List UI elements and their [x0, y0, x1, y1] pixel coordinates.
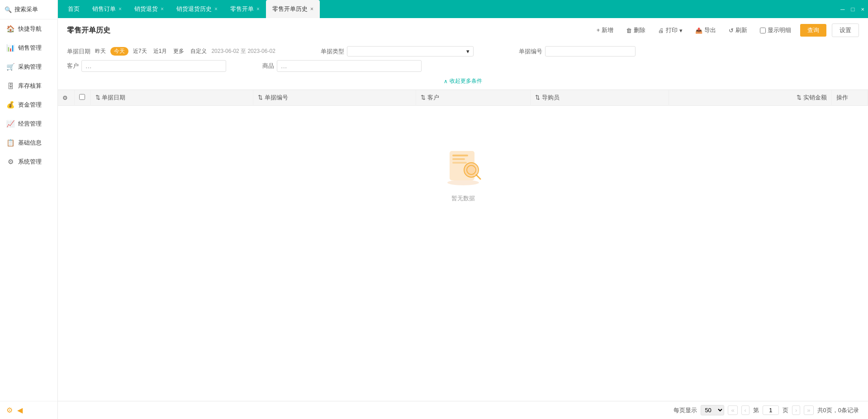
page-input[interactable]	[763, 405, 779, 415]
tab-close-sales-order[interactable]: ×	[119, 6, 122, 12]
date-label: 单据日期	[67, 47, 90, 56]
customer-select[interactable]: ...	[81, 60, 226, 72]
settings-footer-icon[interactable]: ⚙	[6, 406, 13, 414]
sidebar: 🔍 搜索采单 🏠 快捷导航 📊 销售管理 🛒 采购管理 🗄 库存核算 💰 资金管…	[0, 0, 58, 419]
tab-close-retail-history[interactable]: ×	[310, 6, 313, 12]
date-shortcut-custom[interactable]: 自定义	[189, 47, 209, 56]
svg-rect-2	[452, 155, 468, 156]
svg-rect-4	[452, 162, 467, 164]
tab-label-sales-return: 销货退货	[134, 5, 158, 13]
goods-select[interactable]: ...	[277, 60, 422, 72]
window-minimize-btn[interactable]: ─	[840, 6, 844, 13]
sidebar-item-finance[interactable]: 💰 资金管理	[0, 95, 57, 114]
date-shortcut-last_month[interactable]: 近1月	[152, 47, 169, 56]
date-shortcut-yesterday[interactable]: 昨天	[93, 47, 108, 56]
display-detail-btn[interactable]: 显示明细	[756, 24, 795, 36]
toolbar: + 新增 🗑 删除 🖨 打印 ▾ 📤 导出 ↺ 刷新	[593, 24, 859, 37]
window-maximize-btn[interactable]: □	[851, 6, 855, 13]
next-page-btn[interactable]: ›	[792, 405, 800, 415]
page-title-row: 零售开单历史 + 新增 🗑 删除 🖨 打印 ▾ 📤 导出 ↺	[67, 24, 859, 37]
th-customer-label: ⇅ 客户	[421, 94, 439, 101]
page-suffix: 页	[783, 406, 788, 414]
goods-label: 商品	[262, 62, 274, 70]
doc-no-label: 单据编号	[519, 47, 542, 56]
add-btn[interactable]: + 新增	[593, 24, 617, 36]
per-page-select[interactable]: 102050100	[701, 405, 724, 415]
print-dropdown-icon: ▾	[679, 27, 683, 34]
first-page-btn[interactable]: «	[728, 405, 737, 415]
th-salesperson[interactable]: ⇅ 导购员	[530, 90, 669, 106]
sidebar-item-operation[interactable]: 📈 经营管理	[0, 114, 57, 133]
tab-retail-history[interactable]: 零售开单历史×	[266, 0, 320, 18]
sidebar-label-quick-nav: 快捷导航	[18, 25, 42, 33]
th-doc-date[interactable]: ⇅ 单据日期	[90, 90, 253, 106]
tab-retail-open[interactable]: 零售开单×	[224, 0, 266, 18]
tab-bar-right: ─ □ ×	[840, 6, 864, 13]
th-doc-no[interactable]: ⇅ 单据编号	[253, 90, 416, 106]
date-shortcut-today[interactable]: 今天	[110, 47, 128, 56]
th-amount[interactable]: ⇅ 实销金额	[669, 90, 832, 106]
empty-illustration	[441, 142, 486, 187]
tab-close-retail-open[interactable]: ×	[256, 6, 260, 12]
tab-close-sales-return[interactable]: ×	[161, 6, 164, 12]
th-actions: 操作	[832, 90, 868, 106]
doc-no-input[interactable]	[545, 46, 636, 56]
sidebar-item-basic-info[interactable]: 📋 基础信息	[0, 133, 57, 152]
delete-btn[interactable]: 🗑 删除	[622, 24, 649, 36]
date-shortcut-last7[interactable]: 近7天	[131, 47, 149, 56]
sidebar-icon-basic-info: 📋	[6, 139, 14, 147]
query-btn[interactable]: 查询	[800, 24, 826, 37]
th-settings: ⚙	[58, 90, 74, 106]
tab-home[interactable]: 首页	[62, 0, 86, 18]
tab-label-sales-order: 销售订单	[92, 5, 116, 13]
tab-close-sales-return-history[interactable]: ×	[214, 6, 218, 12]
last-page-btn[interactable]: »	[804, 405, 813, 415]
settings-btn[interactable]: 设置	[832, 24, 859, 37]
th-actions-label: 操作	[836, 94, 848, 101]
th-doc-date-label: ⇅ 单据日期	[95, 94, 126, 101]
delete-icon: 🗑	[626, 27, 632, 34]
sidebar-icon-quick-nav: 🏠	[6, 25, 14, 33]
sidebar-footer: ⚙ ◀	[0, 401, 57, 419]
sidebar-item-inventory[interactable]: 🗄 库存核算	[0, 76, 57, 95]
tab-sales-return-history[interactable]: 销货退货历史×	[170, 0, 224, 18]
print-btn[interactable]: 🖨 打印 ▾	[655, 24, 686, 36]
date-shortcut-more[interactable]: 更多	[171, 47, 186, 56]
export-btn[interactable]: 📤 导出	[692, 24, 720, 36]
sidebar-search[interactable]: 🔍 搜索采单	[0, 0, 57, 19]
date-filter: 单据日期 昨天今天近7天近1月更多自定义2023-06-02 至 2023-06…	[67, 47, 275, 56]
sidebar-label-sales-mgmt: 销售管理	[18, 44, 42, 52]
sidebar-item-quick-nav[interactable]: 🏠 快捷导航	[0, 19, 57, 38]
filter-row-2: 客户 ... 商品 ...	[67, 60, 859, 72]
svg-line-7	[476, 175, 480, 179]
window-close-btn[interactable]: ×	[861, 6, 864, 13]
display-detail-checkbox[interactable]	[760, 28, 766, 33]
tab-label-sales-return-history: 销货退货历史	[176, 5, 212, 13]
empty-state: 暂无数据	[58, 106, 868, 239]
tab-sales-return[interactable]: 销货退货×	[128, 0, 170, 18]
prev-page-btn[interactable]: ‹	[741, 405, 749, 415]
collapse-sidebar-icon[interactable]: ◀	[17, 406, 23, 414]
main-area: 首页销售订单×销货退货×销货退货历史×零售开单×零售开单历史× ─ □ × 零售…	[58, 0, 868, 419]
search-icon: 🔍	[5, 6, 12, 13]
sidebar-item-sales-mgmt[interactable]: 📊 销售管理	[0, 38, 57, 57]
sidebar-icon-sales-mgmt: 📊	[6, 44, 14, 52]
empty-text: 暂无数据	[451, 194, 475, 202]
tab-sales-order[interactable]: 销售订单×	[86, 0, 128, 18]
sidebar-item-purchase-mgmt[interactable]: 🛒 采购管理	[0, 57, 57, 76]
collapse-icon: ∧	[444, 78, 448, 85]
sidebar-nav: 🏠 快捷导航 📊 销售管理 🛒 采购管理 🗄 库存核算 💰 资金管理 📈 经营管…	[0, 19, 57, 401]
filter-row-1: 单据日期 昨天今天近7天近1月更多自定义2023-06-02 至 2023-06…	[67, 46, 859, 56]
collapse-filter-btn[interactable]: ∧ 收起更多条件	[67, 75, 859, 87]
select-all-checkbox[interactable]	[79, 94, 85, 100]
sidebar-label-system: 系统管理	[18, 158, 42, 166]
doc-type-select[interactable]: ▾	[347, 46, 474, 56]
th-checkbox	[74, 90, 90, 106]
export-icon: 📤	[695, 27, 702, 34]
refresh-btn[interactable]: ↺ 刷新	[725, 24, 751, 36]
column-settings-icon[interactable]: ⚙	[62, 94, 68, 101]
sidebar-item-system[interactable]: ⚙ 系统管理	[0, 152, 57, 171]
doc-type-filter: 单据类型 ▾	[321, 46, 474, 56]
th-customer[interactable]: ⇅ 客户	[416, 90, 530, 106]
sidebar-icon-inventory: 🗄	[6, 82, 14, 90]
